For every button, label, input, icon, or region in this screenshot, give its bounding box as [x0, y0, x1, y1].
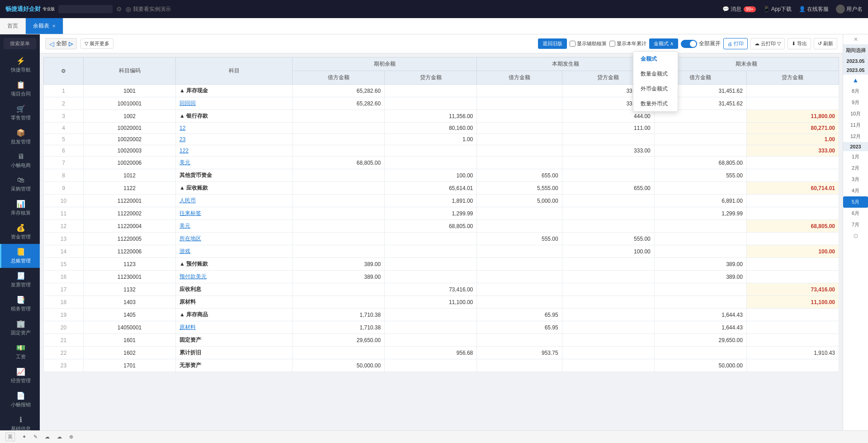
month-6[interactable]: 6月 [843, 208, 868, 219]
search-menu-btn[interactable]: 搜索菜单 [4, 38, 36, 49]
row-subject-cell[interactable]: 所在地区 [176, 233, 292, 245]
status-plus-icon[interactable]: ⊕ [69, 434, 73, 440]
row-subject-cell[interactable]: 预付款美元 [176, 271, 292, 283]
row-subject-cell[interactable]: 累计折旧 [176, 347, 292, 359]
filter-all-btn[interactable]: ◁ 全部 ▷ [45, 38, 77, 49]
row-subject-cell[interactable]: ▲ 银行存款 [176, 110, 292, 123]
row-subject-cell[interactable]: 23 [176, 134, 292, 145]
month-10[interactable]: 10月 [843, 108, 868, 119]
row-subject-cell[interactable]: 12 [176, 123, 292, 134]
row-e-credit-cell [746, 233, 839, 245]
show-assist-checkbox[interactable]: 显示辅助核算 [570, 40, 607, 47]
row-subject-cell[interactable]: 无形资产 [176, 359, 292, 372]
month-9[interactable]: 9月 [843, 97, 868, 108]
service-icon: 👤 [799, 6, 806, 12]
month-4[interactable]: 4月 [843, 185, 868, 196]
assist-checkbox-input[interactable] [570, 41, 576, 47]
title-input[interactable] [58, 5, 113, 13]
expand-all-toggle[interactable]: 全部展开 [681, 40, 721, 48]
month-1[interactable]: 1月 [843, 151, 868, 162]
user-profile-btn[interactable]: 用户名 [836, 5, 863, 14]
sidebar-item-salary[interactable]: 💵 工资 [0, 340, 40, 364]
sidebar-item-retail[interactable]: 🛒 零售管理 [0, 101, 40, 125]
row-subject-cell[interactable]: 往来标签 [176, 207, 292, 220]
sidebar-item-quicknav[interactable]: ⚡ 快捷导航 [0, 53, 40, 77]
row-subject-cell[interactable]: 其他货币资金 [176, 169, 292, 182]
month-8[interactable]: 8月 [843, 86, 868, 97]
toggle-control[interactable] [681, 40, 697, 48]
sidebar-item-assets[interactable]: 🏢 固定资产 [0, 316, 40, 340]
show-annual-checkbox[interactable]: 显示本年累计 [609, 40, 646, 47]
message-btn[interactable]: 💬 消息 99+ [722, 5, 756, 13]
row-subject-cell[interactable]: ▲ 库存商品 [176, 309, 292, 321]
tab-balance[interactable]: 余额表 ✕ [26, 18, 63, 34]
row-subject-cell[interactable]: 回回回 [176, 97, 292, 110]
year-up-arrow[interactable]: ▲ [843, 75, 868, 86]
table-container: ⚙ 科目编码 科目 期初余额 本期发生额 期末余额 借方金额 贷方金额 借方金额… [40, 53, 843, 430]
annual-checkbox-input[interactable] [609, 41, 615, 47]
table-row: 181403原材料11,100.0011,100.00 [44, 296, 839, 309]
th-settings[interactable]: ⚙ [44, 57, 84, 85]
settings-icon[interactable]: ⚙ [116, 5, 122, 13]
row-subject-cell[interactable]: ▲ 预付账款 [176, 258, 292, 271]
status-cloud1-icon[interactable]: ☁ [45, 434, 50, 440]
dropdown-item-shuliang-waib[interactable]: 数量外币式 [633, 96, 678, 111]
sidebar-item-inventory[interactable]: 📊 库存核算 [0, 196, 40, 220]
row-subject-cell[interactable]: 122 [176, 145, 292, 157]
sidebar-item-invoice[interactable]: 🧾 发票管理 [0, 268, 40, 292]
app-download-btn[interactable]: 📱 App下载 [763, 5, 792, 13]
row-subject-cell[interactable]: 应收利息 [176, 283, 292, 296]
row-c-debit-cell [477, 157, 562, 169]
row-p-debit-cell [292, 123, 385, 134]
status-lang[interactable]: 英 [5, 433, 15, 441]
expand-more-btn[interactable]: ▽ 展开更多 [80, 38, 113, 49]
sidebar-item-wholesale[interactable]: 📦 批发管理 [0, 125, 40, 149]
demo-link[interactable]: ◎ 我要看实例演示 [126, 5, 171, 13]
sidebar-item-report[interactable]: 📄 小畅报销 [0, 388, 40, 412]
print-btn[interactable]: 🖨 打印 [723, 38, 748, 49]
dropdown-item-waib-jine[interactable]: 外币金额式 [633, 81, 678, 96]
sidebar-item-project[interactable]: 📋 项目合同 [0, 77, 40, 101]
sidebar-item-ledger[interactable]: 📒 总账管理 [0, 244, 40, 268]
month-5[interactable]: 5月 [843, 196, 868, 208]
month-2[interactable]: 2月 [843, 162, 868, 174]
row-subject-cell[interactable]: 固定资产 [176, 334, 292, 347]
row-e-credit-cell: 73,416.00 [746, 283, 839, 296]
row-subject-cell[interactable]: 原材料 [176, 321, 292, 334]
row-c-credit-cell [562, 347, 654, 359]
close-right-panel[interactable]: ✕ [843, 34, 868, 44]
tab-home[interactable]: 首页 [0, 18, 26, 34]
row-subject-cell[interactable]: ▲ 应收账款 [176, 182, 292, 195]
tab-close-icon[interactable]: ✕ [52, 24, 56, 29]
month-7[interactable]: 7月 [843, 219, 868, 230]
sidebar-item-purchase[interactable]: 🛍 采购管理 [0, 172, 40, 196]
sidebar-item-ecommerce[interactable]: 🖥 小畅电商 [0, 149, 40, 172]
row-subject-cell[interactable]: 游戏 [176, 245, 292, 258]
jine-mode-btn[interactable]: 金额式 ∧ [649, 38, 678, 49]
status-cloud2-icon[interactable]: ☁ [57, 434, 62, 440]
month-12[interactable]: 12月 [843, 131, 868, 142]
dropdown-item-shuliang-jine[interactable]: 数量金额式 [633, 67, 678, 81]
row-subject-cell[interactable]: 美元 [176, 220, 292, 233]
dropdown-item-jine[interactable]: 金额式 [633, 52, 678, 67]
month-3[interactable]: 3月 [843, 174, 868, 185]
cloud-print-btn[interactable]: ☁ 云打印 ▽ [750, 38, 785, 49]
row-subject-cell[interactable]: 美元 [176, 157, 292, 169]
sidebar-item-business[interactable]: 📈 经营管理 [0, 364, 40, 388]
row-subject-cell[interactable]: 原材料 [176, 296, 292, 309]
online-service-btn[interactable]: 👤 在线客服 [799, 5, 829, 13]
table-row: 191405▲ 库存商品1,710.3865.951,644.43 [44, 309, 839, 321]
tax-icon: 📑 [16, 295, 25, 304]
export-btn[interactable]: ⬇ 导出 [788, 38, 811, 49]
refresh-btn[interactable]: ↺ 刷新 [814, 38, 837, 49]
sidebar-item-tax[interactable]: 📑 税务管理 [0, 292, 40, 316]
year-down-arrow[interactable]: ⊙ [843, 230, 868, 241]
sidebar-item-basic[interactable]: ℹ 基础信息 [0, 412, 40, 430]
row-subject-cell[interactable]: 人民币 [176, 195, 292, 207]
month-11[interactable]: 11月 [843, 119, 868, 131]
status-edit-icon[interactable]: ✎ [33, 434, 38, 440]
row-p-debit-cell [292, 169, 385, 182]
sidebar-item-capital[interactable]: 💰 资金管理 [0, 220, 40, 244]
row-subject-cell[interactable]: ▲ 库存现金 [176, 85, 292, 97]
return-old-btn[interactable]: 退回旧版 [538, 38, 567, 49]
